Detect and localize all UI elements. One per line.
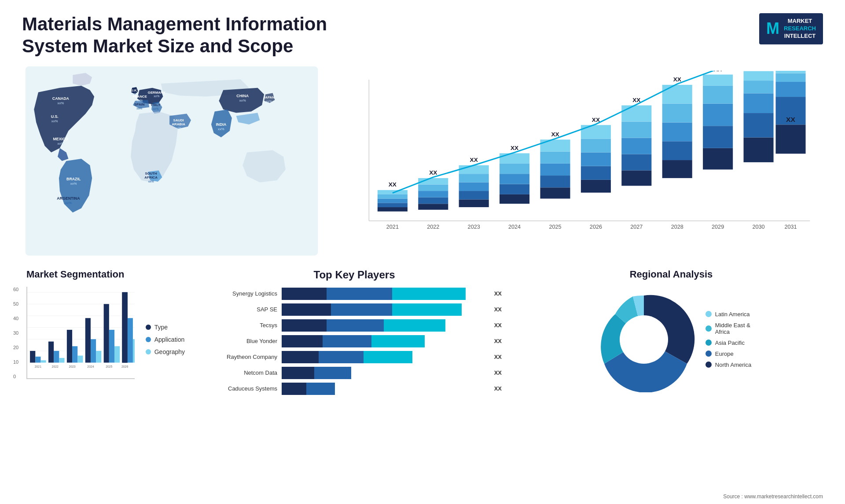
- latin-america-color: [705, 311, 712, 317]
- svg-rect-35: [378, 207, 408, 212]
- svg-rect-88: [662, 85, 692, 104]
- svg-text:xx%: xx%: [148, 180, 154, 183]
- svg-text:MEXICO: MEXICO: [53, 137, 69, 141]
- svg-rect-145: [133, 339, 135, 362]
- legend-latin-america: Latin America: [705, 311, 751, 318]
- svg-text:xx%: xx%: [239, 99, 246, 102]
- players-title: Top Key Players: [207, 269, 502, 281]
- player-blue-yonder: Blue Yonder XX: [207, 335, 502, 347]
- svg-rect-129: [77, 355, 83, 362]
- legend-geography: Geography: [146, 348, 185, 355]
- donut-hole: [620, 315, 668, 364]
- segmentation-section: Market Segmentation 60 50 40 30 20 10 0: [22, 264, 189, 399]
- svg-text:JAPAN: JAPAN: [263, 95, 275, 99]
- svg-text:SPAIN: SPAIN: [134, 102, 145, 106]
- svg-rect-135: [104, 304, 109, 362]
- svg-rect-84: [662, 160, 692, 178]
- player-label: Synergy Logistics: [207, 290, 277, 297]
- svg-text:xx%: xx%: [176, 126, 181, 129]
- legend-asia-pacific: Asia Pacific: [705, 340, 751, 346]
- page-container: Materials Management Information System …: [0, 0, 845, 504]
- svg-text:CHINA: CHINA: [236, 94, 249, 98]
- svg-text:2029: 2029: [712, 223, 724, 230]
- svg-text:CANADA: CANADA: [52, 96, 70, 101]
- svg-text:XX: XX: [632, 97, 640, 103]
- svg-rect-58: [500, 174, 529, 184]
- svg-text:xx%: xx%: [218, 127, 224, 131]
- seg-bars-container: 60 50 40 30 20 10 0: [26, 287, 135, 392]
- svg-rect-87: [662, 103, 692, 122]
- svg-text:2023: 2023: [468, 223, 480, 230]
- svg-text:U.K.: U.K.: [131, 88, 138, 92]
- svg-text:xx%: xx%: [153, 107, 158, 110]
- svg-text:BRAZIL: BRAZIL: [66, 177, 81, 181]
- svg-rect-60: [500, 153, 529, 163]
- svg-rect-100: [744, 93, 774, 113]
- svg-rect-65: [540, 164, 570, 175]
- svg-rect-53: [459, 165, 489, 174]
- player-synergy: Synergy Logistics XX: [207, 288, 502, 300]
- svg-text:2021: 2021: [386, 223, 399, 230]
- y-axis: 60 50 40 30 20 10 0: [13, 287, 18, 379]
- svg-rect-39: [378, 190, 408, 194]
- svg-rect-133: [96, 351, 101, 363]
- svg-rect-78: [621, 154, 651, 170]
- player-label: Netcom Data: [207, 369, 277, 376]
- player-netcom: Netcom Data XX: [207, 367, 502, 379]
- legend-europe: Europe: [705, 351, 751, 357]
- svg-text:2028: 2028: [671, 223, 683, 230]
- svg-rect-144: [128, 318, 133, 362]
- svg-rect-45: [418, 184, 448, 191]
- player-raytheon: Raytheon Company XX: [207, 351, 502, 363]
- header: Materials Management Information System …: [22, 13, 823, 58]
- donut-area: Latin America Middle East &Africa Asia P…: [524, 287, 819, 392]
- svg-text:xx%: xx%: [266, 100, 272, 103]
- geography-color: [146, 349, 151, 354]
- svg-text:2026: 2026: [590, 223, 602, 230]
- svg-rect-71: [581, 166, 611, 179]
- svg-rect-43: [418, 197, 448, 204]
- svg-text:2024: 2024: [87, 365, 94, 368]
- svg-rect-77: [621, 170, 651, 186]
- asia-pacific-color: [705, 340, 712, 346]
- svg-rect-142: [122, 304, 128, 362]
- svg-rect-108: [775, 73, 805, 81]
- player-bar: [282, 351, 486, 363]
- svg-text:XX: XX: [429, 169, 437, 176]
- svg-text:XX: XX: [714, 71, 722, 73]
- application-color: [146, 337, 151, 342]
- logo-text: MARKET RESEARCH INTELLECT: [784, 18, 816, 40]
- svg-text:xx%: xx%: [136, 107, 142, 110]
- svg-text:GERMANY: GERMANY: [148, 90, 166, 94]
- svg-rect-94: [703, 86, 733, 104]
- svg-text:ARGENTINA: ARGENTINA: [57, 196, 80, 201]
- svg-text:2027: 2027: [630, 223, 643, 230]
- svg-rect-128: [72, 346, 77, 362]
- svg-text:xx%: xx%: [51, 119, 58, 123]
- svg-text:ARABIA: ARABIA: [172, 122, 185, 126]
- top-row: CANADA xx% U.S. xx% MEXICO xx% BRAZIL xx…: [22, 66, 823, 260]
- player-label: Raytheon Company: [207, 354, 277, 360]
- europe-color: [705, 351, 712, 357]
- svg-text:xx%: xx%: [57, 142, 64, 146]
- player-caduceus: Caduceus Systems XX: [207, 383, 502, 395]
- svg-rect-123: [48, 341, 54, 362]
- svg-text:xx%: xx%: [57, 101, 64, 105]
- svg-rect-66: [540, 151, 570, 163]
- svg-rect-105: [775, 124, 805, 153]
- svg-rect-99: [744, 113, 774, 137]
- logo-box: M MARKET RESEARCH INTELLECT: [759, 13, 823, 44]
- svg-rect-80: [621, 121, 651, 138]
- map-section: CANADA xx% U.S. xx% MEXICO xx% BRAZIL xx…: [22, 66, 321, 256]
- source-text: Source : www.marketresearchintellect.com: [723, 493, 823, 500]
- svg-rect-127: [67, 330, 72, 363]
- svg-rect-93: [703, 103, 733, 126]
- player-bar: [282, 319, 486, 332]
- regional-section: Regional Analysis: [519, 264, 823, 399]
- middle-east-label: Middle East &Africa: [715, 322, 750, 335]
- svg-text:2024: 2024: [508, 223, 521, 230]
- svg-rect-91: [703, 148, 733, 170]
- svg-text:XX: XX: [786, 115, 795, 123]
- svg-rect-102: [744, 71, 774, 80]
- svg-text:2025: 2025: [106, 365, 112, 368]
